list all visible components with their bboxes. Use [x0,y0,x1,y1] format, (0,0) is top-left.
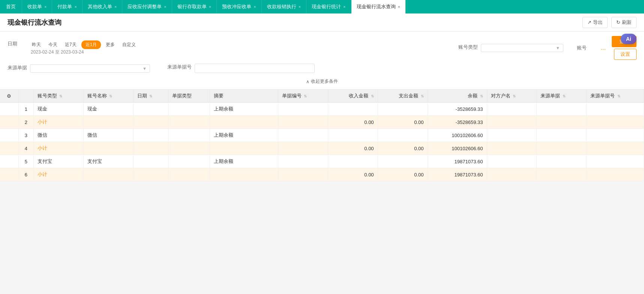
ai-badge[interactable]: Ai [621,34,636,44]
page-header: 现金银行流水查询 ↗ 导出 ↻ 刷新 [0,13,644,31]
export-icon: ↗ [587,19,591,25]
nav-home[interactable]: 首页 [0,0,22,13]
header-actions: ↗ 导出 ↻ 刷新 [582,17,636,28]
date-btn-today[interactable]: 今天 [46,40,60,49]
cell-gear [0,155,18,168]
close-icon-2[interactable]: × [114,4,117,9]
nav-tab-4[interactable]: 银行存取款单 × [172,0,217,13]
close-icon-5[interactable]: × [254,4,256,9]
col-seq [18,90,33,103]
table-row: 3微信微信上期余额100102606.60 [0,129,644,142]
close-icon-6[interactable]: × [299,4,301,9]
cell-account-name: 微信 [83,129,133,142]
cell-doc-type [168,168,210,181]
close-icon-7[interactable]: × [343,4,345,9]
data-table: ⚙ 账号类型 ⇅ 账号名称 ⇅ 日期 ⇅ 单据类型 [0,90,644,181]
cell-seq: 3 [18,129,33,142]
nav-tab-5[interactable]: 预收冲应收单 × [217,0,261,13]
col-date[interactable]: 日期 ⇅ [133,90,168,103]
col-account-name[interactable]: 账号名称 ⇅ [83,90,133,103]
col-expense[interactable]: 支出金额 ⇅ [378,90,428,103]
sort-icon-income: ⇅ [371,94,374,98]
cell-source-doc-no [587,168,644,181]
table-header: ⚙ 账号类型 ⇅ 账号名称 ⇅ 日期 ⇅ 单据类型 [0,90,644,103]
cell-source-doc [537,155,587,168]
sort-icon-source-doc: ⇅ [563,94,566,98]
date-btn-more[interactable]: 更多 [103,40,117,49]
table-container: ⚙ 账号类型 ⇅ 账号名称 ⇅ 日期 ⇅ 单据类型 [0,90,644,181]
table-row: 4小计0.000.00100102606.60 [0,142,644,155]
account-type-select[interactable]: ▼ [481,44,563,52]
date-btn-7days[interactable]: 近7天 [62,40,79,49]
dots-button[interactable]: ... [599,45,608,51]
nav-tab-7[interactable]: 现金银行统计 × [306,0,351,13]
close-icon-8[interactable]: × [398,4,400,9]
close-icon-0[interactable]: × [44,4,47,9]
col-income[interactable]: 收入金额 ⇅ [328,90,378,103]
source-doc-no-section: 来源单据号 [167,64,315,73]
nav-tab-8[interactable]: 现金银行流水查询 × [351,0,405,13]
close-icon-4[interactable]: × [209,4,211,9]
gear-icon[interactable]: ⚙ [7,93,11,99]
cell-account-name: 支付宝 [83,155,133,168]
cell-balance: -3528659.33 [428,116,487,129]
col-summary: 摘要 [210,90,278,103]
collapse-bar[interactable]: ∧ 收起更多条件 [8,77,636,85]
cell-seq: 5 [18,155,33,168]
cell-expense [378,103,428,116]
cell-source-doc [537,129,587,142]
col-account-type[interactable]: 账号类型 ⇅ [33,90,83,103]
col-counterpart[interactable]: 对方户名 ⇅ [487,90,537,103]
close-icon-3[interactable]: × [164,4,166,9]
cell-expense: 0.00 [378,116,428,129]
cell-seq: 2 [18,116,33,129]
date-btn-custom[interactable]: 自定义 [120,40,138,49]
cell-balance: 19871073.60 [428,155,487,168]
table-row: 1现金现金上期余额-3528659.33 [0,103,644,116]
settings-button[interactable]: 设置 [614,49,636,60]
cell-gear [0,142,18,155]
nav-tab-3[interactable]: 应收应付调整单 × [122,0,172,13]
cell-account-name [83,168,133,181]
date-label: 日期 [8,40,26,47]
cell-account-name [83,116,133,129]
cell-summary: 上期余额 [210,103,278,116]
nav-tab-0[interactable]: 收款单 × [22,0,52,13]
cell-account-type: 微信 [33,129,83,142]
export-button[interactable]: ↗ 导出 [582,17,608,28]
source-doc-select[interactable]: ▼ [30,64,150,73]
refresh-button[interactable]: ↻ 刷新 [611,17,636,28]
cell-source-doc-no [587,116,644,129]
cell-date [133,155,168,168]
nav-tab-2[interactable]: 其他收入单 × [83,0,122,13]
top-nav: 首页 收款单 × 付款单 × 其他收入单 × 应收应付调整单 × 银行存取款单 … [0,0,644,13]
source-doc-section: 来源单据 ▼ [8,64,152,73]
date-btn-1month[interactable]: 近1月 [81,40,101,49]
col-balance[interactable]: 余额 ⇅ [428,90,487,103]
cell-counterpart [487,142,537,155]
col-source-doc-no[interactable]: 来源单据号 ⇅ [587,90,644,103]
col-doc-no[interactable]: 单据编号 ⇅ [278,90,328,103]
sort-icon-balance: ⇅ [480,94,483,98]
cell-gear [0,168,18,181]
nav-tab-6[interactable]: 收款核销执行 × [262,0,306,13]
cell-source-doc [537,168,587,181]
cell-seq: 4 [18,142,33,155]
cell-source-doc [537,142,587,155]
cell-doc-no [278,168,328,181]
col-source-doc[interactable]: 来源单据 ⇅ [537,90,587,103]
cell-account-type: 现金 [33,103,83,116]
cell-summary: 上期余额 [210,129,278,142]
cell-doc-type [168,103,210,116]
chevron-down-icon-2: ▼ [143,66,147,71]
close-icon-1[interactable]: × [74,4,77,9]
date-shortcuts: 昨天 今天 近7天 近1月 更多 自定义 [29,40,138,49]
nav-tab-1[interactable]: 付款单 × [52,0,82,13]
cell-income [328,103,378,116]
account-type-label: 账号类型 [458,44,478,51]
source-doc-no-input[interactable] [195,64,315,73]
cell-date [133,168,168,181]
date-btn-yesterday[interactable]: 昨天 [29,40,44,49]
col-gear[interactable]: ⚙ [0,90,18,103]
cell-date [133,116,168,129]
